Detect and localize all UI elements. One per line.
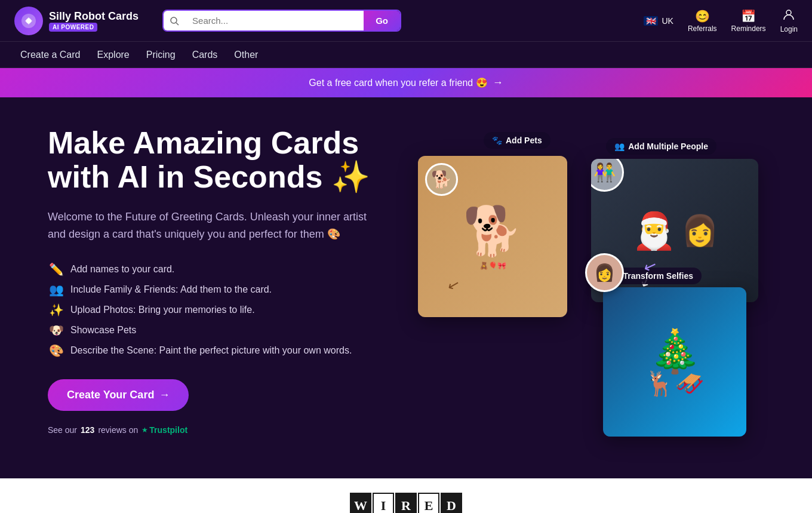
uk-flag-icon: 🇬🇧 — [644, 16, 658, 26]
tp-star-icon: ★ — [142, 426, 148, 434]
hero-title: Make Amazing Cards with AI in Seconds ✨ — [48, 126, 382, 194]
logo-icon — [14, 7, 43, 35]
logo-text-area: Silly Robot Cards AI POWERED — [49, 10, 139, 32]
promo-banner[interactable]: Get a free card when you refer a friend … — [0, 68, 812, 97]
nav-right: 🇬🇧 UK 😊 Referrals 📅 Reminders Login — [644, 8, 798, 33]
referrals-button[interactable]: 😊 Referrals — [688, 9, 717, 33]
feature-text-4: Showcase Pets — [70, 325, 136, 336]
selfie-card: 🎄 🦌🛷 — [603, 287, 746, 437]
palette-icon: 🎨 — [48, 343, 64, 358]
feature-item-1: ✏️ Add names to your card. — [48, 262, 382, 277]
hero-right: 🐾 Add Pets 🐕 🧸🎈🎀 🐕 ↙ — [406, 126, 764, 454]
reviews-count: 123 — [81, 425, 94, 435]
family-icon: 👥 — [48, 282, 64, 297]
top-navbar: Silly Robot Cards AI POWERED Go 🇬🇧 — [0, 0, 812, 68]
pets-icon: 🐶 — [48, 323, 64, 337]
add-pets-label: 🐾 Add Pets — [484, 132, 550, 149]
sparkle-icon: ✨ — [48, 303, 64, 317]
banner-arrow-icon: → — [493, 76, 503, 89]
pets-card: 🐕 🧸🎈🎀 🐕 ↙ — [418, 156, 567, 317]
nav-other[interactable]: Other — [228, 47, 264, 63]
login-icon — [782, 8, 795, 24]
reminders-button[interactable]: 📅 Reminders — [731, 9, 766, 33]
add-people-label: 👥 Add Multiple People — [606, 138, 716, 155]
wired-logo: W I R E D — [350, 493, 462, 513]
hero-left: Make Amazing Cards with AI in Seconds ✨ … — [48, 126, 382, 435]
search-input[interactable] — [185, 11, 364, 30]
trustpilot-prefix: See our — [48, 425, 77, 435]
feature-list: ✏️ Add names to your card. 👥 Include Fam… — [48, 262, 382, 358]
nav-pricing[interactable]: Pricing — [140, 47, 182, 63]
create-card-button[interactable]: Create Your Card → — [48, 379, 189, 411]
selfie-avatar: 👩 — [585, 253, 624, 292]
reminders-label: Reminders — [731, 24, 766, 33]
svg-line-3 — [176, 23, 179, 25]
people-label-icon: 👥 — [614, 142, 625, 151]
hero-subtitle: Welcome to the Future of Greeting Cards.… — [48, 208, 382, 243]
search-icon — [164, 11, 185, 30]
feature-text-3: Upload Photos: Bring your memories to li… — [70, 305, 255, 315]
pets-label-icon: 🐾 — [492, 136, 502, 145]
feature-item-2: 👥 Include Family & Friends: Add them to … — [48, 282, 382, 297]
cta-arrow-icon: → — [159, 389, 170, 401]
wired-letter-i: I — [373, 493, 394, 513]
svg-point-2 — [171, 17, 177, 23]
nav-explore[interactable]: Explore — [91, 47, 136, 63]
people-label-text: Add Multiple People — [628, 142, 708, 151]
svg-point-1 — [26, 19, 31, 23]
wired-letter-w: W — [350, 493, 371, 513]
reminders-icon: 📅 — [741, 9, 756, 23]
wired-letter-e: E — [418, 493, 439, 513]
search-button[interactable]: Go — [364, 11, 400, 30]
feature-item-5: 🎨 Describe the Scene: Paint the perfect … — [48, 343, 382, 358]
pencil-icon: ✏️ — [48, 262, 64, 277]
region-label: UK — [662, 16, 673, 26]
feature-item-4: 🐶 Showcase Pets — [48, 323, 382, 337]
collage-wrapper: 🐾 Add Pets 🐕 🧸🎈🎀 🐕 ↙ — [406, 126, 764, 454]
nav-links-bar: Create a Card Explore Pricing Cards Othe… — [0, 42, 812, 68]
cta-label: Create Your Card — [67, 389, 154, 401]
ai-badge: AI POWERED — [49, 23, 97, 32]
search-area: Go — [162, 10, 401, 32]
logo[interactable]: Silly Robot Cards AI POWERED — [14, 7, 139, 35]
search-wrapper: Go — [162, 10, 401, 32]
wired-letter-r: R — [395, 493, 417, 513]
feature-text-2: Include Family & Friends: Add them to th… — [70, 284, 272, 295]
region-selector[interactable]: 🇬🇧 UK — [644, 16, 673, 26]
brand-name: Silly Robot Cards — [49, 10, 139, 23]
wired-letter-d: D — [441, 493, 462, 513]
login-button[interactable]: Login — [780, 8, 798, 33]
hero-section: Make Amazing Cards with AI in Seconds ✨ … — [0, 97, 812, 478]
referrals-icon: 😊 — [695, 9, 710, 23]
banner-text: Get a free card when you refer a friend … — [309, 77, 487, 88]
reviews-suffix: reviews on — [98, 425, 138, 435]
trustpilot-logo: ★ Trustpilot — [142, 425, 187, 435]
login-label: Login — [780, 25, 798, 33]
nav-cards[interactable]: Cards — [186, 47, 224, 63]
press-bar: W I R E D — [0, 478, 812, 513]
feature-item-3: ✨ Upload Photos: Bring your memories to … — [48, 303, 382, 317]
feature-text-5: Describe the Scene: Paint the perfect pi… — [70, 345, 352, 356]
feature-text-1: Add names to your card. — [70, 264, 174, 275]
nav-create-card[interactable]: Create a Card — [14, 47, 87, 63]
pets-label-text: Add Pets — [506, 136, 542, 145]
svg-point-4 — [786, 10, 791, 15]
trustpilot-row: See our 123 reviews on ★ Trustpilot — [48, 425, 382, 435]
trustpilot-brand: Trustpilot — [149, 425, 187, 435]
referrals-label: Referrals — [688, 24, 717, 33]
